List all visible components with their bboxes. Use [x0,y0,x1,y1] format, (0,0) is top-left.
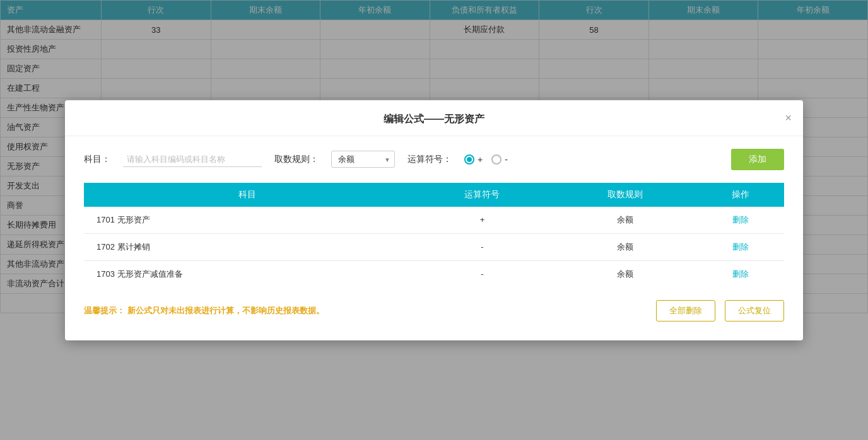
add-button[interactable]: 添加 [731,149,784,170]
footer-tip-text: 新公式只对未出报表进行计算，不影响历史报表数据。 [127,306,324,315]
footer-buttons: 全部删除 公式复位 [656,300,784,321]
cell-action-2: 删除 [696,260,784,287]
delete-button-1[interactable]: 删除 [732,241,749,253]
radio-plus-circle [464,154,474,165]
formula-table-wrap: 科目 运算符号 取数规则 操作 1701 无形资产 + 余额 删除 1702 累… [84,183,784,287]
rule-select[interactable]: 余额 借方发生额 贷方发生额 借方累计 贷方累计 [331,151,395,168]
cell-subject-0: 1701 无形资产 [84,207,411,234]
th-subject: 科目 [84,183,411,207]
cell-rule-1: 余额 [554,233,697,260]
modal-overlay: 编辑公式——无形资产 × 科目： 取数规则： 余额 借方发生额 贷方发生额 借方… [0,0,868,440]
formula-table: 科目 运算符号 取数规则 操作 1701 无形资产 + 余额 删除 1702 累… [84,183,784,287]
modal-close-button[interactable]: × [785,112,792,124]
th-action: 操作 [696,183,784,207]
rule-label: 取数规则： [274,154,319,165]
cell-rule-0: 余额 [554,207,697,234]
radio-minus-label: - [505,154,508,165]
edit-formula-modal: 编辑公式——无形资产 × 科目： 取数规则： 余额 借方发生额 贷方发生额 借方… [65,100,803,340]
delete-button-2[interactable]: 删除 [732,269,749,280]
radio-minus[interactable]: - [491,154,508,165]
delete-button-0[interactable]: 删除 [732,214,749,226]
cell-action-1: 删除 [696,233,784,260]
operator-radio-group: + - [464,154,508,165]
formula-row: 1703 无形资产减值准备 - 余额 删除 [84,260,784,287]
cell-operator-2: - [411,260,554,287]
radio-minus-circle [491,154,501,165]
delete-all-button[interactable]: 全部删除 [656,300,715,321]
cell-action-0: 删除 [696,207,784,234]
reset-formula-button[interactable]: 公式复位 [725,300,784,321]
th-rule: 取数规则 [554,183,697,207]
footer-tip-prefix: 温馨提示： [84,306,125,315]
footer-tip: 温馨提示： 新公式只对未出报表进行计算，不影响历史报表数据。 [84,305,324,316]
modal-title: 编辑公式——无形资产 [384,113,484,124]
cell-subject-2: 1703 无形资产减值准备 [84,260,411,287]
formula-row: 1702 累计摊销 - 余额 删除 [84,233,784,260]
modal-footer: 温馨提示： 新公式只对未出报表进行计算，不影响历史报表数据。 全部删除 公式复位 [65,287,803,321]
operator-label: 运算符号： [408,154,452,165]
th-operator: 运算符号 [411,183,554,207]
form-row: 科目： 取数规则： 余额 借方发生额 贷方发生额 借方累计 贷方累计 ▼ 运算符… [65,136,803,183]
table-header-row: 科目 运算符号 取数规则 操作 [84,183,784,207]
formula-row: 1701 无形资产 + 余额 删除 [84,207,784,234]
modal-header: 编辑公式——无形资产 × [65,100,803,136]
cell-operator-1: - [411,233,554,260]
radio-plus[interactable]: + [464,154,483,165]
cell-subject-1: 1702 累计摊销 [84,233,411,260]
radio-plus-label: + [478,154,483,165]
rule-select-wrap: 余额 借方发生额 贷方发生额 借方累计 贷方累计 ▼ [331,151,395,168]
subject-input[interactable] [123,152,262,167]
subject-label: 科目： [84,154,110,165]
cell-rule-2: 余额 [554,260,697,287]
cell-operator-0: + [411,207,554,234]
